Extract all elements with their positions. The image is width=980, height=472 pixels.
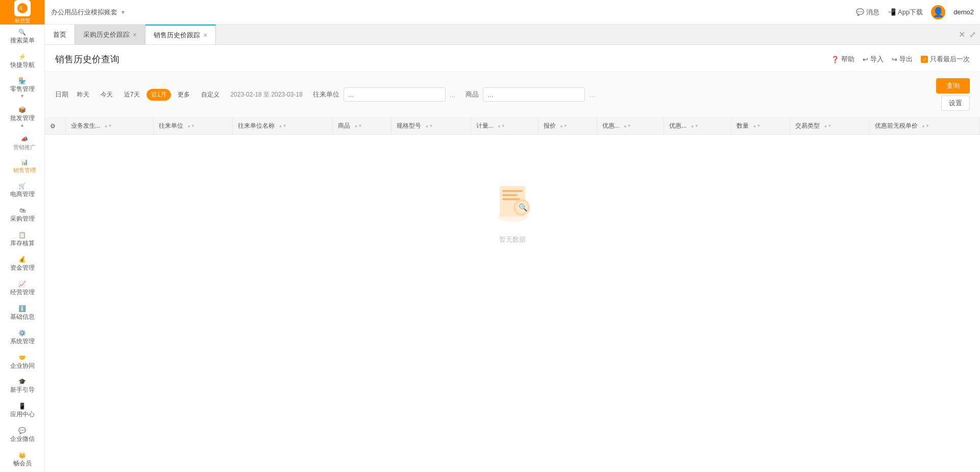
table-col-qty[interactable]: 数量 ▲▼ — [731, 117, 790, 135]
sidebar-item-retail-label: 零售管理 — [10, 85, 35, 93]
date-btn-1month[interactable]: 近1月 — [146, 89, 172, 101]
date-buttons: 昨天 今天 近7天 近1月 更多 自定义 — [72, 89, 224, 101]
tab-sales-history[interactable]: 销售历史价跟踪 × — [145, 25, 216, 44]
user-avatar[interactable]: 👤 — [931, 5, 945, 19]
page-title: 销售历史价查询 — [55, 53, 119, 65]
sidebar-item-enterprise-collab-label: 企业协同 — [10, 362, 35, 370]
sort-arrows-product: ▲▼ — [354, 124, 362, 128]
table-col-gear[interactable]: ⚙ — [45, 117, 65, 135]
date-filter-label: 日期 — [55, 90, 68, 99]
sidebar-item-app-center[interactable]: 📱 应用中心 — [0, 398, 44, 423]
app-download-label: App下载 — [898, 8, 923, 17]
filter-bar: 日期 昨天 今天 近7天 近1月 更多 自定义 2023-02-18 至 202… — [45, 72, 980, 117]
sales-mgmt-icon: 📊 — [21, 159, 28, 166]
sort-arrows-partner-code: ▲▼ — [187, 124, 195, 128]
sidebar-item-system[interactable]: ⚙️ 系统管理 — [0, 325, 44, 350]
sidebar-item-wholesale[interactable]: 📦 批发管理 ▲ — [0, 103, 44, 132]
app-logo[interactable]: 6 标损贸 — [0, 0, 44, 25]
tab-maximize-btn[interactable]: ⤢ — [969, 30, 976, 39]
username[interactable]: demo2 — [953, 8, 974, 16]
sidebar-item-basic-info-label: 基础信息 — [10, 313, 35, 321]
help-action[interactable]: ❓ 帮助 — [831, 55, 854, 64]
purchase-icon: 🛍 — [19, 207, 26, 214]
table-col-unit[interactable]: 计量... ▲▼ — [471, 117, 538, 135]
partner-filter-dots[interactable]: ... — [450, 90, 456, 99]
sidebar-item-finance[interactable]: 💰 资金管理 — [0, 252, 44, 276]
export-action[interactable]: ↪ 导出 — [892, 55, 913, 64]
sidebar-item-search[interactable]: 🔍 搜索菜单 — [0, 25, 44, 49]
sidebar-item-quick-nav[interactable]: ⚡ 快捷导航 — [0, 49, 44, 74]
sidebar-item-basic-info[interactable]: ℹ️ 基础信息 — [0, 301, 44, 325]
tab-close-all-btn[interactable]: ✕ — [959, 30, 965, 39]
sidebar-item-member[interactable]: 👑 畅会员 — [0, 447, 44, 472]
partner-filter-input[interactable] — [344, 87, 446, 102]
tab-purchase-history[interactable]: 采购历史价跟踪 × — [75, 25, 145, 44]
empty-text: 暂无数据 — [499, 235, 526, 244]
date-btn-yesterday[interactable]: 昨天 — [72, 89, 94, 101]
table-col-pretax-price[interactable]: 优惠前无税单价 ▲▼ — [869, 117, 979, 135]
sort-arrows-partner-name: ▲▼ — [279, 124, 287, 128]
tab-home[interactable]: 首页 — [45, 25, 75, 44]
product-filter-label: 商品 — [465, 90, 479, 99]
sidebar-item-sales-mgmt[interactable]: 📊 销售管理 — [0, 155, 44, 178]
sidebar-item-retail[interactable]: 🏪 零售管理 ▼ — [0, 74, 44, 103]
product-filter-input[interactable] — [483, 87, 585, 102]
table-col-quote[interactable]: 报价 ▲▼ — [538, 117, 597, 135]
partner-filter-group: 往来单位 ... — [313, 87, 456, 102]
page-content: 销售历史价查询 ❓ 帮助 ↩ 导入 ↪ 导出 只看最后一次 — [45, 45, 980, 472]
sidebar-item-ecommerce[interactable]: 🛒 电商管理 — [0, 178, 44, 203]
table-col-product[interactable]: 商品 ▲▼ — [333, 117, 391, 135]
download-icon: 📲 — [888, 8, 896, 16]
retail-icon: 🏪 — [18, 77, 26, 84]
table-col-partner-code[interactable]: 往来单位 ▲▼ — [153, 117, 232, 135]
table-col-date[interactable]: 业务发生... ▲▼ — [65, 117, 153, 135]
sort-arrows-spec: ▲▼ — [425, 124, 433, 128]
import-action[interactable]: ↩ 导入 — [863, 55, 884, 64]
table-col-spec[interactable]: 规格型号 ▲▼ — [391, 117, 471, 135]
table-col-partner-name[interactable]: 往来单位名称 ▲▼ — [233, 117, 333, 135]
sidebar-item-new-guide[interactable]: 🎓 新手引导 — [0, 374, 44, 398]
sidebar-item-enterprise-wechat[interactable]: 💬 企业微信 — [0, 423, 44, 447]
app-center-icon: 📱 — [18, 403, 26, 410]
table-container: ⚙ 业务发生... ▲▼ 往来单位 ▲▼ 往来单位名称 ▲▼ — [45, 117, 980, 285]
table-col-discount2[interactable]: 优惠... ▲▼ — [664, 117, 731, 135]
tab-purchase-history-close[interactable]: × — [133, 31, 137, 38]
finance-icon: 💰 — [18, 256, 26, 263]
inventory-icon: 📋 — [18, 231, 26, 239]
sidebar-item-marketing[interactable]: 📣 营销推广 — [0, 131, 44, 155]
table-col-trade-type[interactable]: 交易类型 ▲▼ — [790, 117, 869, 135]
sidebar-item-enterprise-collab[interactable]: 🤝 企业协同 — [0, 349, 44, 374]
date-btn-7days[interactable]: 近7天 — [119, 89, 144, 101]
product-filter-dots[interactable]: ... — [589, 90, 595, 99]
app-download-action[interactable]: 📲 App下载 — [888, 8, 923, 17]
sidebar-item-app-center-label: 应用中心 — [10, 411, 35, 419]
table-col-discount1[interactable]: 优惠... ▲▼ — [597, 117, 664, 135]
date-btn-more[interactable]: 更多 — [173, 89, 194, 101]
quick-nav-icon: ⚡ — [18, 53, 26, 60]
only-last-checkbox-label[interactable]: 只看最后一次 — [921, 55, 970, 64]
only-last-label: 只看最后一次 — [930, 55, 970, 64]
only-last-checkbox[interactable] — [921, 56, 928, 63]
message-icon: 💬 — [856, 8, 864, 16]
system-icon: ⚙️ — [18, 329, 26, 337]
table-col-qty-label: 数量 — [737, 122, 749, 129]
tab-sales-history-label: 销售历史价跟踪 — [154, 31, 200, 40]
setting-button[interactable]: 设置 — [941, 96, 970, 111]
sidebar-item-operations[interactable]: 📈 经营管理 — [0, 276, 44, 301]
sidebar-item-purchase[interactable]: 🛍 采购管理 — [0, 203, 44, 227]
sidebar-item-finance-label: 资金管理 — [10, 264, 35, 272]
svg-text:6: 6 — [19, 6, 22, 11]
topbar-right: 💬 消息 📲 App下载 👤 demo2 — [856, 5, 974, 19]
date-btn-custom[interactable]: 自定义 — [197, 89, 224, 101]
sidebar-item-operations-label: 经营管理 — [10, 289, 35, 297]
sidebar-item-inventory[interactable]: 📋 库存核算 — [0, 227, 44, 252]
enterprise-collab-icon: 🤝 — [18, 354, 26, 361]
ecommerce-icon: 🛒 — [18, 182, 26, 190]
tab-sales-history-close[interactable]: × — [203, 32, 207, 39]
query-button[interactable]: 查询 — [936, 78, 970, 93]
app-dropdown-icon[interactable]: ▾ — [121, 9, 125, 16]
message-action[interactable]: 💬 消息 — [856, 8, 879, 17]
sidebar-item-system-label: 系统管理 — [10, 338, 35, 346]
help-icon: ❓ — [831, 56, 839, 63]
date-btn-today[interactable]: 今天 — [96, 89, 117, 101]
